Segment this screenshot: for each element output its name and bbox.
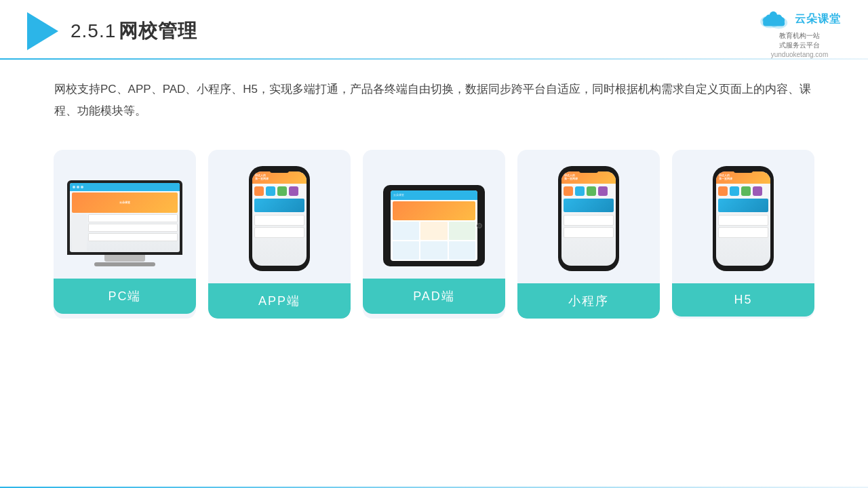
card-label-app: APP端 — [208, 283, 351, 319]
title-text: 网校管理 — [119, 20, 197, 41]
card-miniapp: 职达人的第一堂网课 — [517, 150, 660, 319]
phone-outer-h5: 职达人的第一堂网课 — [713, 166, 774, 271]
header: 2.5.1网校管理 云朵课堂 教育机构一站式服务云平台 yunduoketan — [0, 0, 868, 50]
card-label-miniapp: 小程序 — [517, 283, 660, 319]
brand-logo: 云朵课堂 教育机构一站式服务云平台 yunduoketang.com — [758, 8, 841, 58]
pc-stand — [104, 255, 145, 262]
page-title: 2.5.1网校管理 — [71, 18, 197, 44]
pc-screen-outer: 云朵课堂 — [67, 180, 182, 255]
device-pc: 云朵课堂 — [67, 180, 182, 266]
device-area-pc: 云朵课堂 — [54, 150, 196, 279]
card-label-h5: H5 — [672, 283, 814, 317]
phone-screen-h5: 职达人的第一堂网课 — [716, 171, 770, 266]
card-pad: 云朵课堂 — [363, 150, 505, 319]
phone-outer-miniapp: 职达人的第一堂网课 — [558, 166, 619, 271]
tablet-screen: 云朵课堂 — [391, 190, 477, 261]
brand-tagline: 教育机构一站式服务云平台 — [779, 31, 820, 50]
device-area-miniapp: 职达人的第一堂网课 — [517, 150, 660, 283]
brand-cloud-row: 云朵课堂 — [758, 8, 841, 30]
device-phone-miniapp: 职达人的第一堂网课 — [558, 166, 619, 271]
device-area-pad: 云朵课堂 — [363, 150, 505, 279]
phone-notch-miniapp — [579, 169, 598, 173]
device-area-app: 职达人的第一堂网课 — [208, 150, 351, 283]
device-tablet: 云朵课堂 — [383, 185, 485, 266]
brand-name-text: 云朵课堂 — [795, 12, 841, 26]
svg-rect-8 — [763, 20, 785, 26]
device-phone-app: 职达人的第一堂网课 — [249, 166, 310, 271]
phone-screen-app: 职达人的第一堂网课 — [252, 171, 307, 266]
card-h5: 职达人的第一堂网课 — [672, 150, 814, 319]
card-label-pad: PAD端 — [363, 279, 505, 314]
phone-outer-app: 职达人的第一堂网课 — [249, 166, 310, 271]
tablet-home-btn — [477, 223, 482, 228]
description-text: 网校支持PC、APP、PAD、小程序、H5，实现多端打通，产品各终端自由切换，数… — [0, 60, 868, 136]
svg-point-10 — [766, 15, 772, 22]
phone-screen-miniapp: 职达人的第一堂网课 — [561, 171, 616, 266]
device-phone-h5: 职达人的第一堂网课 — [713, 166, 774, 271]
tablet-outer: 云朵课堂 — [383, 185, 485, 266]
logo-triangle — [27, 12, 58, 50]
pc-base — [94, 262, 155, 266]
cloud-icon — [758, 8, 791, 30]
device-area-h5: 职达人的第一堂网课 — [672, 150, 814, 283]
section-number: 2.5.1 — [71, 20, 116, 41]
brand-url: yunduoketang.com — [771, 51, 829, 58]
phone-notch-h5 — [734, 169, 753, 173]
description-content: 网校支持PC、APP、PAD、小程序、H5，实现多端打通，产品各终端自由切换，数… — [54, 83, 811, 117]
card-label-pc: PC端 — [54, 279, 196, 314]
card-pc: 云朵课堂 — [54, 150, 196, 319]
phone-notch-app — [270, 169, 289, 173]
pc-screen-inner: 云朵课堂 — [70, 183, 180, 252]
svg-point-11 — [776, 15, 783, 22]
card-app: 职达人的第一堂网课 — [208, 150, 351, 319]
cards-section: 云朵课堂 — [0, 143, 868, 325]
